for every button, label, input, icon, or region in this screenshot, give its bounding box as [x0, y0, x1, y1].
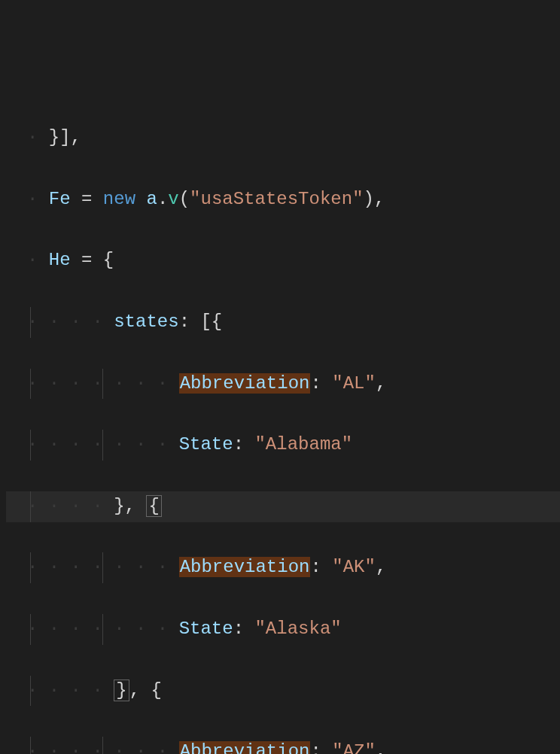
paren-open: (	[179, 189, 190, 209]
colon: :	[310, 741, 321, 754]
code-line[interactable]: · · · · }, {	[6, 676, 560, 707]
paren-close: ),	[364, 189, 385, 209]
code-line[interactable]: · · · · states: [{	[6, 307, 560, 338]
colon: :	[233, 434, 244, 455]
method-v: v	[168, 189, 178, 209]
close-brace: },	[114, 496, 146, 516]
state-key: State	[179, 619, 233, 639]
abbreviation-key-highlighted: Abbreviation	[179, 741, 311, 754]
string-state: "Alabama"	[254, 434, 352, 455]
comma: ,	[376, 557, 386, 577]
states-property: states	[114, 312, 178, 332]
state-key: State	[179, 434, 233, 455]
sep: , {	[129, 680, 162, 701]
string-abbr: "AL"	[332, 373, 376, 394]
code-line-current[interactable]: · · · · }, {	[6, 491, 560, 522]
string-token: "usaStatesToken"	[190, 189, 363, 209]
code-line[interactable]: · · · · · · · Abbreviation: "AL",	[6, 369, 560, 400]
equals-op: =	[71, 250, 103, 270]
new-keyword: new	[103, 189, 135, 209]
colon: :	[233, 619, 244, 639]
code-line[interactable]: · He = {	[6, 245, 560, 276]
comma: ,	[376, 373, 386, 394]
array-open: [{	[200, 312, 222, 332]
string-abbr: "AK"	[332, 557, 376, 577]
code-line[interactable]: · · · · · · · Abbreviation: "AK",	[6, 552, 560, 583]
string-abbr: "AZ"	[332, 741, 376, 754]
matching-bracket: {	[146, 495, 161, 517]
abbreviation-key-highlighted: Abbreviation	[179, 373, 311, 394]
code-line[interactable]: · Fe = new a.v("usaStatesToken"),	[6, 184, 560, 215]
comma: ,	[376, 741, 386, 754]
equals-op: =	[71, 189, 103, 209]
code-line[interactable]: · · · · · · · State: "Alaska"	[6, 614, 560, 645]
variable-he: He	[49, 250, 71, 270]
variable-fe: Fe	[49, 189, 71, 209]
colon: :	[310, 557, 321, 577]
object-a: a	[146, 189, 157, 209]
matching-bracket: }	[114, 680, 129, 701]
string-state: "Alaska"	[254, 619, 341, 639]
brace-open: {	[103, 250, 114, 270]
code-line[interactable]: · }],	[6, 123, 560, 154]
code-line[interactable]: · · · · · · · State: "Alabama"	[6, 430, 560, 461]
colon: :	[310, 373, 321, 394]
colon: :	[179, 312, 201, 332]
close-bracket: }],	[49, 127, 81, 147]
abbreviation-key-highlighted: Abbreviation	[179, 557, 311, 577]
dot: .	[157, 189, 168, 209]
code-line[interactable]: · · · · · · · Abbreviation: "AZ",	[6, 737, 560, 754]
